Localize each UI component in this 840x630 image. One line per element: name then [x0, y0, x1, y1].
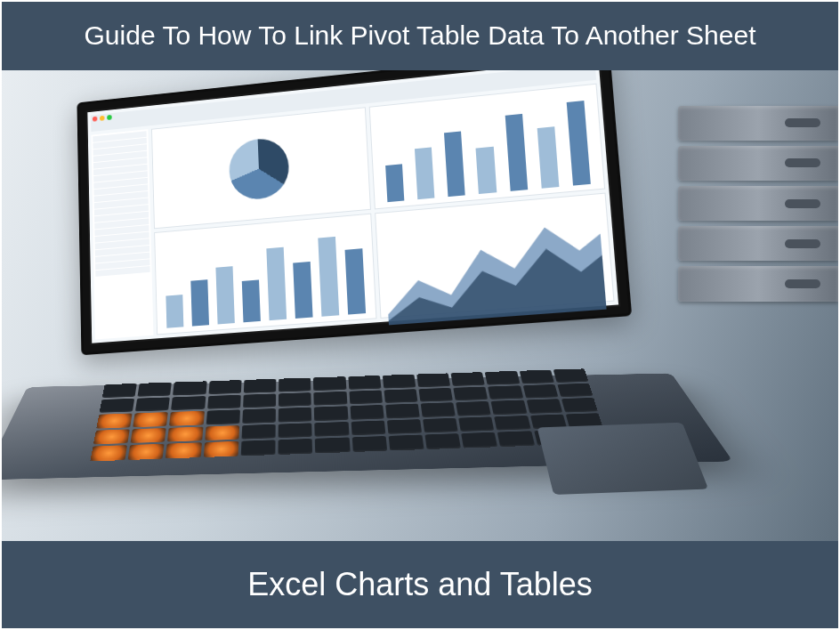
drive-unit	[678, 106, 838, 141]
drive-unit	[678, 146, 838, 181]
column-chart-tile	[154, 213, 376, 335]
drive-unit	[678, 186, 838, 221]
bottom-title-text: Excel Charts and Tables	[247, 566, 593, 602]
area-chart-tile	[375, 192, 614, 318]
top-title-banner: Guide To How To Link Pivot Table Data To…	[2, 2, 838, 70]
hard-drive-stack	[678, 106, 838, 302]
pie-chart-icon	[228, 135, 289, 200]
window-max-icon	[107, 114, 112, 119]
laptop-screen	[77, 70, 632, 355]
top-title-text: Guide To How To Link Pivot Table Data To…	[85, 20, 756, 50]
bottom-title-banner: Excel Charts and Tables	[2, 541, 838, 628]
bar-chart-tile	[369, 83, 605, 209]
drive-unit	[678, 266, 838, 301]
data-table-sidebar	[91, 129, 153, 339]
area-chart-icon	[384, 201, 607, 325]
window-close-icon	[93, 116, 98, 121]
pie-chart-tile	[151, 107, 371, 229]
window-min-icon	[100, 115, 105, 120]
hero-image-area	[2, 70, 838, 542]
drive-unit	[678, 226, 838, 261]
laptop	[46, 79, 687, 506]
laptop-trackpad	[537, 422, 709, 494]
screen-dashboard	[87, 70, 618, 343]
